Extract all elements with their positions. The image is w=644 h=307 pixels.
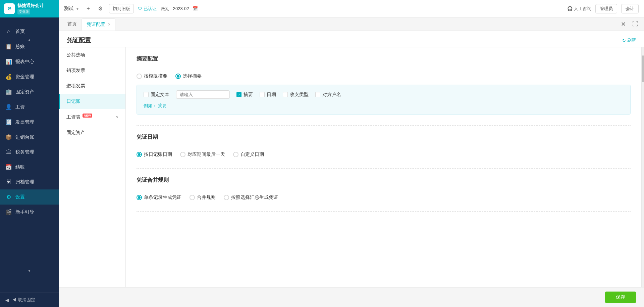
content-layout: 公共选项 销项发票 进项发票 日记账 工资表 NEW	[59, 47, 644, 287]
summary-radio-group: 按模版摘要 选择摘要	[137, 73, 631, 79]
summary-options-row: 固定文本 ✓ 摘要	[144, 90, 624, 99]
date-checkbox[interactable]: 日期	[260, 92, 276, 98]
expand-button[interactable]: ⛶	[631, 19, 640, 29]
refresh-icon: ↻	[622, 38, 626, 43]
sidebar-item-home[interactable]: ⌂ 首页	[0, 24, 59, 39]
tab-close-icon[interactable]: ×	[108, 22, 110, 27]
left-nav-fixed-assets[interactable]: 固定资产	[59, 125, 125, 140]
type-checkbox[interactable]: 收支类型	[283, 92, 309, 98]
sidebar-item-guide[interactable]: 🎬 新手引导	[0, 205, 59, 220]
sidebar-item-assets[interactable]: 🏢 固定资产	[0, 84, 59, 99]
tabbar: 首页 凭证配置 × ✕ ⛶	[59, 17, 644, 31]
close-period-icon: 📅	[5, 164, 12, 170]
left-nav-public[interactable]: 公共选项	[59, 47, 125, 63]
save-button[interactable]: 保存	[605, 292, 636, 303]
guide-icon: 🎬	[5, 209, 12, 215]
date-section-title: 凭证日期	[137, 134, 631, 145]
sidebar-item-settings[interactable]: ⚙ 设置	[0, 189, 59, 205]
fixed-text-checkbox-box	[144, 92, 149, 97]
company-selector[interactable]: 测试 ▼	[64, 6, 79, 12]
funds-icon: 💰	[5, 74, 12, 80]
add-company-button[interactable]: ＋	[84, 4, 93, 13]
sidebar-item-reports[interactable]: 📊 报表中心	[0, 54, 59, 69]
sidebar-item-archive[interactable]: 🗄 归档管理	[0, 175, 59, 189]
single-radio-circle	[137, 195, 142, 200]
left-nav: 公共选项 销项发票 进项发票 日记账 工资表 NEW	[59, 47, 126, 287]
merge-section-title: 凭证合并规则	[137, 177, 631, 188]
sidebar-item-invoices[interactable]: 🧾 发票管理	[0, 115, 59, 130]
refresh-button[interactable]: ↻ 刷新	[622, 37, 636, 43]
merge-radio-single[interactable]: 单条记录生成凭证	[137, 194, 181, 201]
save-area: 保存	[59, 287, 644, 307]
sidebar-item-close[interactable]: 📅 结账	[0, 160, 59, 175]
archive-icon: 🗄	[5, 179, 12, 185]
certified-label: 已认证	[144, 6, 157, 12]
reports-icon: 📊	[5, 58, 12, 65]
cancel-fixed-label: ◀ 取消固定	[12, 297, 35, 303]
close-tab-button[interactable]: ✕	[619, 19, 628, 29]
tab-home[interactable]: 首页	[63, 18, 82, 30]
right-scrollbar[interactable]	[641, 47, 644, 287]
merge-section: 凭证合并规则 单条记录生成凭证 合并规则	[137, 177, 631, 201]
sidebar-label-home: 首页	[15, 29, 25, 35]
left-nav-journal[interactable]: 日记账	[59, 94, 125, 109]
help-label: 人工咨询	[574, 6, 591, 12]
counterpart-checkbox[interactable]: 对方户名	[315, 92, 341, 98]
sidebar-logo: 好 畅捷通好会计 专业版	[0, 0, 59, 17]
left-nav-sales-invoice[interactable]: 销项发票	[59, 63, 125, 78]
fixed-text-input[interactable]	[176, 90, 230, 99]
date-section: 凭证日期 按日记账日期 对应期间最后一天	[137, 134, 631, 158]
date-radio-journal[interactable]: 按日记账日期	[137, 151, 172, 158]
sidebar-pro: 专业版	[17, 9, 30, 14]
period-label: 账期	[161, 6, 169, 11]
summary-checkbox[interactable]: ✓ 摘要	[236, 92, 253, 98]
admin-button[interactable]: 管理员	[595, 4, 617, 13]
example-prefix: 例如：	[144, 103, 157, 108]
payroll-table-chevron-icon: ∨	[116, 115, 119, 119]
left-nav-payroll-table-label: 工资表 NEW	[66, 114, 92, 120]
sidebar-item-payroll[interactable]: 👤 工资	[0, 99, 59, 115]
summary-title: 摘要配置	[137, 55, 631, 67]
new-badge: NEW	[83, 114, 92, 118]
company-name: 测试	[64, 6, 73, 12]
sidebar-item-funds[interactable]: 💰 资金管理	[0, 69, 59, 84]
counterpart-checkbox-label: 对方户名	[322, 92, 341, 98]
date-checkbox-box	[260, 92, 265, 97]
accountant-button[interactable]: 会计	[621, 4, 639, 13]
calendar-icon[interactable]: 📅	[193, 6, 198, 11]
period-last-radio-label: 对应期间最后一天	[187, 151, 225, 158]
sidebar-item-tax[interactable]: 🏛 税务管理	[0, 145, 59, 160]
settings-button[interactable]: ⚙	[96, 4, 105, 13]
tab-voucher-config-label: 凭证配置	[87, 21, 105, 28]
left-nav-payroll-table[interactable]: 工资表 NEW ∨	[59, 109, 125, 125]
date-radio-period-last[interactable]: 对应期间最后一天	[180, 151, 225, 158]
sidebar-item-purchases[interactable]: 📦 进销台账	[0, 130, 59, 145]
summary-radio-select[interactable]: 选择摘要	[175, 73, 202, 79]
merge-radio-select[interactable]: 按照选择汇总生成凭证	[224, 194, 278, 201]
summary-example: 例如： 摘要	[144, 103, 624, 109]
merge-radio-group: 单条记录生成凭证 合并规则 按照选择汇总生成凭证	[137, 194, 631, 201]
help-button[interactable]: 🎧 人工咨询	[567, 6, 591, 12]
sidebar-label-tax: 税务管理	[15, 149, 34, 155]
date-radio-custom[interactable]: 自定义日期	[233, 151, 264, 158]
certified-badge: 🛡 已认证	[138, 6, 157, 12]
type-checkbox-box	[283, 92, 288, 97]
summary-section: 摘要配置 按模版摘要 选择摘要	[137, 55, 631, 115]
journal-date-radio-circle	[137, 152, 142, 157]
switch-old-version-button[interactable]: 切到旧版	[109, 4, 134, 13]
custom-date-radio-circle	[233, 152, 238, 157]
sidebar-scroll-up[interactable]: ▲	[26, 38, 33, 44]
merge-radio-rules[interactable]: 合并规则	[190, 194, 216, 201]
period-last-radio-circle	[180, 152, 185, 157]
tax-icon: 🏛	[5, 149, 12, 155]
journal-date-radio-label: 按日记账日期	[144, 151, 172, 158]
tab-voucher-config[interactable]: 凭证配置 ×	[82, 18, 115, 31]
left-nav-sales-invoice-label: 销项发票	[66, 68, 85, 73]
custom-date-radio-label: 自定义日期	[240, 151, 264, 158]
page-content: 凭证配置 ↻ 刷新 公共选项 销项发票 进项发票	[59, 31, 644, 307]
summary-radio-template[interactable]: 按模版摘要	[137, 73, 167, 79]
sidebar-scroll-down[interactable]: ▼	[26, 268, 33, 275]
cancel-fixed-button[interactable]: ◀ ◀ 取消固定	[0, 293, 59, 307]
left-nav-purchase-invoice[interactable]: 进项发票	[59, 78, 125, 94]
fixed-text-checkbox[interactable]: 固定文本	[144, 92, 169, 98]
